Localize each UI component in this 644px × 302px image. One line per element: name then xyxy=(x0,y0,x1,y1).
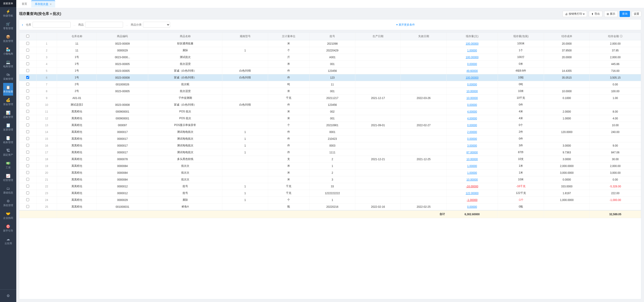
row-checkbox-cell[interactable] xyxy=(19,54,36,61)
col-check-header[interactable] xyxy=(19,33,36,40)
row-qty-main[interactable]: 122.00000 xyxy=(446,190,498,197)
sidebar-item-quick-nav[interactable]: ⚡ 快捷导航 xyxy=(3,7,13,20)
row-checkbox[interactable] xyxy=(26,76,29,79)
product-input[interactable] xyxy=(85,22,123,28)
sidebar-item-operation[interactable]: 📈 经营管理 xyxy=(3,172,13,184)
table-row[interactable]: 24 蒿蒿稻仓 0000029 展际 1 个 1 -1.00000 -1个 1,… xyxy=(19,197,641,203)
table-row[interactable]: 25 蒿蒿稻仓 001000031 鲜鱼A 瓶 20220216 2022-02… xyxy=(19,203,641,210)
table-row[interactable]: 11 蒿蒿稻仓 000900001 POS 批次 米 002 4.00000 4… xyxy=(19,108,641,115)
sidebar-item-cloud[interactable]: ☁ 云应用 xyxy=(3,235,13,247)
sidebar-item-retail[interactable]: 🛒 零售管理 xyxy=(3,20,13,32)
row-checkbox[interactable] xyxy=(26,144,29,147)
export-button[interactable]: ⬆ 导出 xyxy=(589,11,602,17)
row-qty-main[interactable]: 100.00000 xyxy=(446,74,498,81)
toggle-button[interactable]: ⊞ 展示 xyxy=(604,11,618,17)
query-button[interactable]: 查询 xyxy=(620,11,630,17)
row-checkbox[interactable] xyxy=(26,205,29,208)
row-checkbox[interactable] xyxy=(26,69,29,72)
table-row[interactable]: 6 1号 0023-00008 富诚（白色/问情） 白色/问情 件 123 10… xyxy=(19,74,641,81)
row-qty-main[interactable]: 87.00000 xyxy=(446,149,498,156)
row-checkbox-cell[interactable] xyxy=(19,183,36,190)
table-row[interactable]: 22 蒿蒿稻仓 0000012 批号 1 千克 33 -16.00000 -16… xyxy=(19,183,641,190)
sidebar-item-inventory[interactable]: 📋 库存核查 xyxy=(3,83,13,96)
table-row[interactable]: 10 测试适货2 0023-00008 富诚（白色/问情） 白色/问情 件 12… xyxy=(19,101,641,108)
filter-arrow[interactable]: › xyxy=(22,23,23,27)
table-row[interactable]: 19 蒿蒿稻仓 0000084 批次次 米 1 1.00000 1米 2,000… xyxy=(19,163,641,170)
row-qty-main[interactable]: 0.00000 xyxy=(446,61,498,68)
row-checkbox-cell[interactable] xyxy=(19,156,36,163)
table-row[interactable]: 14 蒿蒿稻仓 0000017 测试电电批次 1 件 0001 2.00000 … xyxy=(19,129,641,135)
table-row[interactable]: 2 11 0000029 展际 1 个 20220429 1.00000 1个 … xyxy=(19,47,641,54)
table-row[interactable]: 17 蒿蒿稻仓 0000017 测试电电批次 1 件 1111 87.00000… xyxy=(19,149,641,156)
row-checkbox-cell[interactable] xyxy=(19,95,36,101)
row-qty-main[interactable]: -1.00000 xyxy=(446,197,498,203)
row-checkbox[interactable] xyxy=(26,123,29,126)
row-qty-main[interactable]: 2.00000 xyxy=(446,129,498,135)
row-checkbox[interactable] xyxy=(26,96,29,99)
sidebar-item-hr[interactable]: 💵 工资 xyxy=(3,159,13,172)
row-qty-main[interactable]: 100.00000 xyxy=(446,54,498,61)
expand-conditions-button[interactable]: ▾ 展开更多条件 xyxy=(396,23,415,27)
row-qty-main[interactable]: 10.00000 xyxy=(446,156,498,163)
sidebar-item-fixed-asset[interactable]: 🏗 固定资产 xyxy=(3,146,13,159)
table-row[interactable]: 23 蒿蒿稻仓 0000012 批号 1 千克 1222222222 122.0… xyxy=(19,190,641,197)
row-checkbox[interactable] xyxy=(26,171,29,174)
sidebar-item-purchase[interactable]: 🛍 采购管理 xyxy=(3,70,13,83)
sidebar-item-invoice[interactable]: 🧾 发票管理 xyxy=(3,121,13,134)
row-qty-main[interactable]: 0.00000 xyxy=(446,81,498,88)
row-checkbox-cell[interactable] xyxy=(19,142,36,149)
row-checkbox-cell[interactable] xyxy=(19,122,36,129)
row-checkbox[interactable] xyxy=(26,83,29,86)
table-row[interactable]: 1 11 0023-00009 软饮通用批量 米 2021098 100.000… xyxy=(19,40,641,47)
sidebar-item-mini-store[interactable]: 🏪 小额电商 xyxy=(3,45,13,58)
row-qty-main[interactable]: 0.00000 xyxy=(446,135,498,142)
row-qty-main[interactable]: 49.60000 xyxy=(446,68,498,74)
row-checkbox-cell[interactable] xyxy=(19,108,36,115)
row-qty-main[interactable]: 0.00000 xyxy=(446,101,498,108)
settings-button[interactable]: 设置 xyxy=(632,11,641,17)
sidebar-item-enterprise[interactable]: 🤝 企业协同 xyxy=(3,209,13,222)
row-checkbox-cell[interactable] xyxy=(19,40,36,47)
row-checkbox-cell[interactable] xyxy=(19,47,36,54)
row-checkbox-cell[interactable] xyxy=(19,163,36,170)
row-checkbox-cell[interactable] xyxy=(19,61,36,68)
tab-close-icon[interactable]: ✕ xyxy=(50,3,52,6)
row-qty-main[interactable]: 1.00000 xyxy=(446,170,498,176)
row-checkbox-cell[interactable] xyxy=(19,115,36,122)
row-qty-main[interactable]: 1.00000 xyxy=(446,163,498,170)
row-checkbox-cell[interactable] xyxy=(19,129,36,135)
table-row[interactable]: 15 蒿蒿稻仓 0000017 测试电电批次 1 件 210423 0.0000… xyxy=(19,135,641,142)
row-qty-main[interactable]: 10.00000 xyxy=(446,176,498,183)
row-checkbox-cell[interactable] xyxy=(19,101,36,108)
row-qty-main[interactable]: -16.00000 xyxy=(446,183,498,190)
table-row[interactable]: 7 2号 001000026 批次昵 吨 11 0.00000 0吨 0.00 xyxy=(19,81,641,88)
row-checkbox-cell[interactable] xyxy=(19,135,36,142)
row-qty-main[interactable]: 0.00000 xyxy=(446,203,498,210)
row-checkbox[interactable] xyxy=(26,191,29,194)
row-checkbox-cell[interactable] xyxy=(19,170,36,176)
row-qty-main[interactable]: 0.00000 xyxy=(446,122,498,129)
warehouse-input[interactable] xyxy=(32,22,70,28)
table-row[interactable]: 18 蒿蒿稻仓 0000078 多头黑色软线 支 2 2021-12-21 20… xyxy=(19,156,641,163)
row-checkbox-cell[interactable] xyxy=(19,203,36,210)
table-row[interactable]: 9 A01-01 子件促测期 千克 20211217 2021-12-17 20… xyxy=(19,95,641,101)
table-row[interactable]: 16 蒿蒿稻仓 0000017 测试电电批次 1 件 0003 3.00000 … xyxy=(19,142,641,149)
sidebar-item-settings[interactable]: ⚙ xyxy=(0,291,16,300)
row-checkbox-cell[interactable] xyxy=(19,149,36,156)
row-checkbox[interactable] xyxy=(26,185,29,188)
row-checkbox[interactable] xyxy=(26,151,29,154)
row-checkbox-cell[interactable] xyxy=(19,81,36,88)
row-checkbox[interactable] xyxy=(26,42,29,45)
row-checkbox[interactable] xyxy=(26,62,29,65)
sidebar-logo[interactable]: 搜索菜单 xyxy=(0,0,16,7)
row-checkbox[interactable] xyxy=(26,49,29,52)
row-checkbox-cell[interactable] xyxy=(19,74,36,81)
sidebar-item-general[interactable]: 📊 总账管理 xyxy=(3,108,13,121)
row-checkbox[interactable] xyxy=(26,56,29,58)
row-checkbox[interactable] xyxy=(26,158,29,161)
row-checkbox[interactable] xyxy=(26,103,29,106)
row-qty-main[interactable]: 3.00000 xyxy=(446,142,498,149)
row-checkbox-cell[interactable] xyxy=(19,176,36,183)
row-qty-main[interactable]: 1.00000 xyxy=(446,47,498,54)
sidebar-item-tax[interactable]: 📑 税务管理 xyxy=(3,134,13,146)
